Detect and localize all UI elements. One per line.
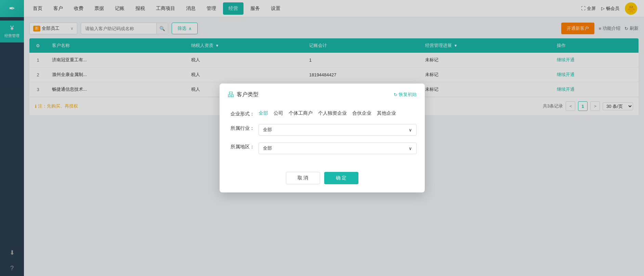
industry-dropdown-icon: ∨ <box>409 127 412 133</box>
reset-label: 恢复初始 <box>399 91 417 98</box>
enterprise-option-1[interactable]: 公司 <box>274 110 283 117</box>
modal-title-icon: 品 <box>228 90 234 99</box>
confirm-button[interactable]: 确 定 <box>324 172 358 184</box>
industry-value: 全部 <box>263 127 272 133</box>
region-content: 全部 ∨ <box>259 142 417 154</box>
enterprise-form-content: 全部公司个体工商户个人独资企业合伙企业其他企业 <box>259 110 417 117</box>
region-label: 所属地区： <box>228 142 259 150</box>
modal-title: 品 客户类型 <box>228 90 259 99</box>
industry-label: 所属行业： <box>228 124 259 131</box>
modal-overlay[interactable]: 品 客户类型 ↻ 恢复初始 企业形式： 全部公司个体工商户个人独资企业合伙企业其… <box>0 0 644 276</box>
enterprise-option-0[interactable]: 全部 <box>259 110 268 117</box>
cancel-button[interactable]: 取 消 <box>286 172 320 184</box>
modal-title-text: 客户类型 <box>237 91 259 98</box>
modal-reset-button[interactable]: ↻ 恢复初始 <box>394 91 417 98</box>
industry-select[interactable]: 全部 ∨ <box>259 124 417 136</box>
region-select[interactable]: 全部 ∨ <box>259 142 417 154</box>
region-form-row: 所属地区： 全部 ∨ <box>228 142 417 154</box>
enterprise-radio-group: 全部公司个体工商户个人独资企业合伙企业其他企业 <box>259 110 417 117</box>
enterprise-option-3[interactable]: 个人独资企业 <box>318 110 347 117</box>
enterprise-option-4[interactable]: 合伙企业 <box>352 110 371 117</box>
enterprise-option-2[interactable]: 个体工商户 <box>289 110 313 117</box>
reset-icon: ↻ <box>394 92 397 97</box>
modal-body: 企业形式： 全部公司个体工商户个人独资企业合伙企业其他企业 所属行业： 全部 ∨ <box>220 104 425 169</box>
filter-modal: 品 客户类型 ↻ 恢复初始 企业形式： 全部公司个体工商户个人独资企业合伙企业其… <box>220 84 425 192</box>
modal-header: 品 客户类型 ↻ 恢复初始 <box>220 84 425 104</box>
enterprise-form-row: 企业形式： 全部公司个体工商户个人独资企业合伙企业其他企业 <box>228 110 417 117</box>
enterprise-form-label: 企业形式： <box>228 110 259 117</box>
region-dropdown-icon: ∨ <box>409 146 412 151</box>
industry-content: 全部 ∨ <box>259 124 417 136</box>
enterprise-option-5[interactable]: 其他企业 <box>377 110 396 117</box>
region-value: 全部 <box>263 145 272 151</box>
modal-footer: 取 消 确 定 <box>220 169 425 192</box>
industry-form-row: 所属行业： 全部 ∨ <box>228 124 417 136</box>
